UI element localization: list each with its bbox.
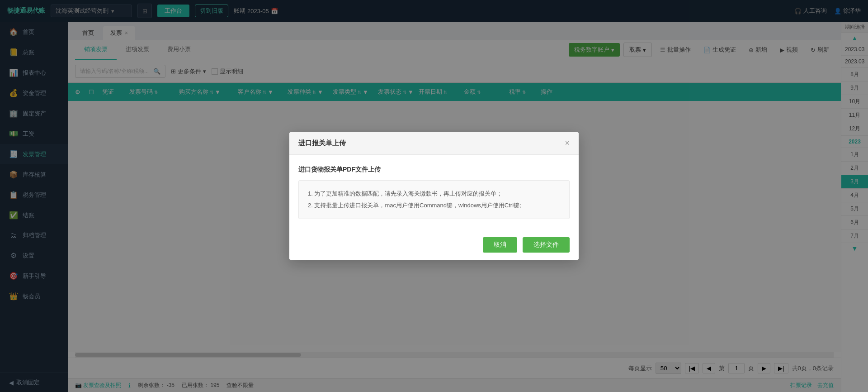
modal-section-title: 进口货物报关单PDF文件上传 [298,166,570,174]
modal-info-item-1: 1. 为了更加精准的数据匹配，请先录入海关缴款书，再上传对应的报关单； [308,188,560,200]
modal-cancel-btn[interactable]: 取消 [483,237,517,253]
modal-info-item-2: 2. 支持批量上传进口报关单，mac用户使用Command键，windows用户… [308,200,560,211]
modal-header: 进口报关单上传 × [289,132,579,155]
modal-select-file-btn[interactable]: 选择文件 [523,237,570,253]
modal-body: 进口货物报关单PDF文件上传 1. 为了更加精准的数据匹配，请先录入海关缴款书，… [289,155,579,230]
modal-info-box: 1. 为了更加精准的数据匹配，请先录入海关缴款书，再上传对应的报关单； 2. 支… [298,180,570,219]
import-customs-modal: 进口报关单上传 × 进口货物报关单PDF文件上传 1. 为了更加精准的数据匹配，… [289,132,579,260]
modal-title: 进口报关单上传 [298,139,346,148]
modal-footer: 取消 选择文件 [289,230,579,260]
modal-close-btn[interactable]: × [565,139,570,148]
modal-overlay: 进口报关单上传 × 进口货物报关单PDF文件上传 1. 为了更加精准的数据匹配，… [0,0,868,392]
